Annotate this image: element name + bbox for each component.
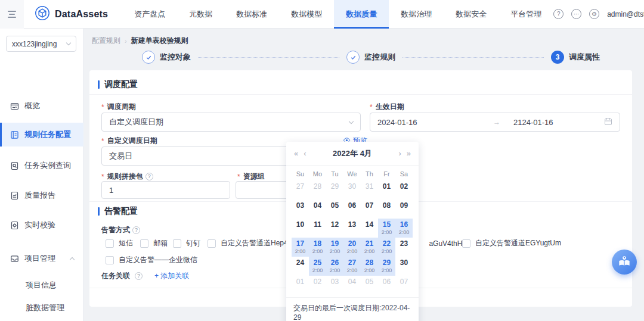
calendar-day[interactable]: 11 (309, 219, 326, 238)
calendar-title[interactable]: 2022年 4月 (306, 148, 399, 159)
step-monitor-rule[interactable]: 监控规则 (346, 51, 395, 64)
tab-data-model[interactable]: 数据模型 (279, 0, 334, 29)
step-schedule-attrs[interactable]: 3 调度属性 (551, 51, 600, 64)
alert-option-dingtalk[interactable]: 钉钉 (173, 238, 200, 248)
schedule-period-select[interactable]: 自定义调度日期 (101, 113, 361, 132)
calendar-day[interactable]: 14 (361, 219, 378, 238)
alert-option-mail[interactable]: 邮箱 (140, 238, 168, 248)
calendar-day-time: 2:00 (292, 248, 309, 254)
calendar-day[interactable]: 03 (292, 200, 309, 219)
calendar-day-selected[interactable]: 162:00 (395, 219, 413, 238)
next-month-icon[interactable]: › (398, 149, 401, 157)
calendar-day-selected[interactable]: 262:00 (326, 257, 343, 276)
user-account[interactable]: admin@dtstack.com (607, 10, 644, 18)
top-nav-tabs: 资产盘点 元数据 数据标准 数据模型 数据质量 数据治理 数据安全 平台管理 (122, 0, 553, 29)
calendar-day[interactable]: 30 (395, 257, 413, 276)
sidebar-item-task-instance-query[interactable]: 任务实例查询 (0, 154, 83, 177)
calendar-day[interactable]: 04 (343, 276, 361, 295)
calendar-day-selected[interactable]: 222:00 (378, 238, 395, 257)
sidebar-item-realtime-check[interactable]: 实时校验 (0, 213, 83, 237)
step-monitor-object[interactable]: 监控对象 (142, 51, 191, 64)
help-question-icon[interactable]: ? (132, 226, 140, 234)
add-relation-link[interactable]: + 添加关联 (154, 271, 189, 281)
calendar-day[interactable]: 27 (292, 180, 309, 200)
calendar-day[interactable]: 01 (378, 180, 395, 200)
tab-data-standard[interactable]: 数据标准 (224, 0, 279, 29)
tab-data-security[interactable]: 数据安全 (444, 0, 499, 29)
docs-location-widget-button[interactable] (612, 250, 637, 275)
calendar-day-selected[interactable]: 182:00 (309, 238, 326, 257)
checkbox[interactable] (106, 256, 114, 264)
calendar-day-selected[interactable]: 292:00 (378, 257, 395, 276)
sidebar-item-quality-report[interactable]: 质量报告 (0, 183, 83, 207)
help-icon[interactable]: ? (553, 9, 564, 19)
calendar-day[interactable]: 23 (395, 238, 413, 257)
calendar-day[interactable]: 06 (343, 200, 361, 219)
calendar-day[interactable]: 02 (395, 180, 413, 200)
calendar-day[interactable]: 05 (326, 200, 343, 219)
calendar-day[interactable]: 02 (309, 276, 326, 295)
alert-option-custom-channel-2[interactable]: 自定义告警通道EGYugtUm (462, 238, 561, 248)
calendar-day[interactable]: 31 (361, 180, 378, 200)
calendar-day[interactable]: 05 (361, 276, 378, 295)
calendar-day[interactable]: 10 (292, 219, 309, 238)
help-question-icon[interactable]: ? (145, 173, 153, 180)
tab-data-quality[interactable]: 数据质量 (334, 0, 389, 29)
rule-package-label: *规则拼接包 ? (101, 172, 153, 182)
chevron-up-icon (70, 257, 75, 261)
sidebar-item-rule-task-config[interactable]: 规则任务配置 (0, 123, 83, 147)
calendar-day[interactable]: 07 (361, 200, 378, 219)
rule-package-input[interactable]: 1 (101, 181, 230, 199)
sidebar-item-project-management[interactable]: 项目管理 (0, 247, 83, 270)
calendar-day[interactable]: 08 (378, 200, 395, 219)
calendar-day-selected[interactable]: 192:00 (326, 238, 343, 257)
sidebar-item-overview[interactable]: 概览 (0, 94, 83, 118)
checkbox[interactable] (106, 239, 114, 248)
calendar-day-selected[interactable]: 252:00 (309, 257, 326, 276)
calendar-day[interactable]: 03 (326, 276, 343, 295)
tab-platform-admin[interactable]: 平台管理 (499, 0, 553, 29)
calendar-day[interactable]: 12 (326, 219, 343, 238)
alert-method-label: 告警方式 ? (101, 225, 140, 235)
calendar-day[interactable]: 24 (292, 257, 309, 276)
hamburger-menu-icon[interactable] (0, 0, 24, 29)
checkbox[interactable] (462, 239, 470, 248)
calendar-day-selected[interactable]: 282:00 (361, 257, 378, 276)
breadcrumb-parent[interactable]: 配置规则 (92, 36, 120, 46)
tab-asset-inventory[interactable]: 资产盘点 (122, 0, 177, 29)
sidebar-subitem-project-info[interactable]: 项目信息 (0, 275, 83, 295)
calendar-day[interactable]: 07 (395, 276, 413, 295)
alert-option-custom-wechat[interactable]: 自定义告警——企业微信 (106, 255, 197, 265)
calendar-day[interactable]: 01 (292, 276, 309, 295)
calendar-day-selected[interactable]: 152:00 (378, 219, 395, 238)
calendar-day[interactable]: 29 (326, 180, 343, 200)
help-question-icon[interactable]: ? (135, 272, 143, 280)
stepper: 监控对象 监控规则 3 调度属性 (142, 51, 600, 64)
alert-option-sms[interactable]: 短信 (106, 238, 133, 248)
calendar-day[interactable]: 30 (343, 180, 361, 200)
project-selector[interactable]: xxx123jingjing (6, 36, 76, 52)
prev-year-icon[interactable]: « (294, 149, 298, 157)
effective-date-label: *生效日期 (370, 102, 404, 112)
checkbox[interactable] (208, 239, 216, 248)
calendar-day-selected[interactable]: 202:00 (343, 238, 361, 257)
effective-date-range-input[interactable]: 2024-01-16 → 2124-01-16 (370, 113, 620, 132)
calendar-day[interactable]: 28 (309, 180, 326, 200)
calendar-day[interactable]: 06 (378, 276, 395, 295)
checkbox[interactable] (173, 239, 181, 248)
brand[interactable]: DataAssets (35, 5, 108, 23)
checkbox[interactable] (140, 239, 148, 248)
calendar-day-time: 2:00 (378, 229, 395, 235)
calendar-day[interactable]: 09 (395, 200, 413, 219)
tab-metadata[interactable]: 元数据 (177, 0, 224, 29)
calendar-day-selected[interactable]: 212:00 (361, 238, 378, 257)
feedback-icon[interactable]: ⋯ (571, 9, 581, 19)
next-year-icon[interactable]: » (407, 149, 411, 157)
sidebar-subitem-dirty-data[interactable]: 脏数据管理 (0, 298, 83, 318)
calendar-day-selected[interactable]: 272:00 (343, 257, 361, 276)
settings-gear-icon[interactable]: ⚙ (589, 9, 599, 19)
calendar-day-selected[interactable]: 172:00 (292, 238, 309, 257)
tab-data-governance[interactable]: 数据治理 (389, 0, 444, 29)
calendar-day[interactable]: 04 (309, 200, 326, 219)
calendar-day[interactable]: 13 (343, 219, 361, 238)
